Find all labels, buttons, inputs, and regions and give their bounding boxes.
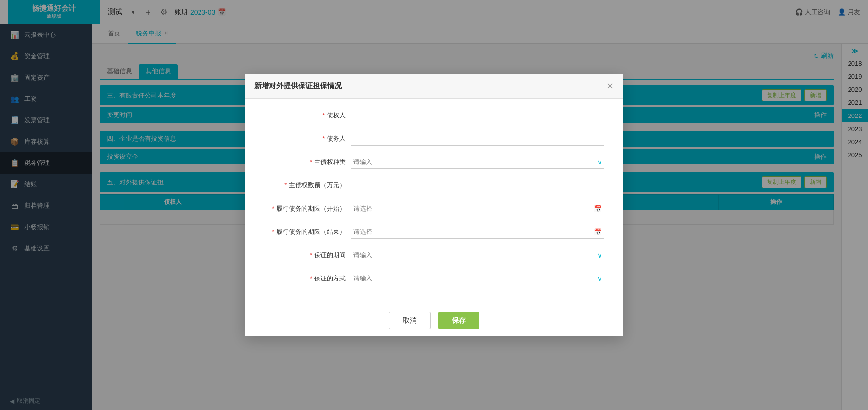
input-guarantee-period[interactable] (351, 248, 597, 262)
select-claim-type-wrap: ∨ (351, 155, 604, 169)
select-guarantee-period-wrap: ∨ (351, 248, 604, 262)
required-mark-guarantee-method: * (310, 275, 312, 282)
label-debtor: * 债务人 (264, 134, 351, 143)
chevron-down-icon-guarantee-period[interactable]: ∨ (597, 251, 604, 259)
date-period-end-wrap: 📅 (351, 225, 604, 239)
form-row-guarantee-period: * 保证的期间 ∨ (264, 248, 604, 262)
required-mark-creditor: * (322, 112, 325, 119)
form-row-creditor: * 债权人 (264, 109, 604, 122)
input-claim-amount[interactable] (351, 179, 604, 192)
label-claim-type: * 主债权种类 (264, 158, 351, 166)
input-debtor[interactable] (351, 132, 604, 146)
required-mark-claim-type: * (310, 158, 312, 165)
calendar-icon-period-start[interactable]: 📅 (594, 205, 604, 213)
label-guarantee-period-text: 保证的期间 (314, 251, 346, 259)
label-guarantee-method: * 保证的方式 (264, 274, 351, 283)
input-claim-type[interactable] (351, 155, 597, 168)
form-row-claim-amount: * 主债权数额（万元） (264, 179, 604, 192)
form-row-guarantee-method: * 保证的方式 ∨ (264, 272, 604, 285)
dialog-body: * 债权人 * 债务人 * 主债权种类 (245, 99, 623, 305)
label-claim-amount: * 主债权数额（万元） (264, 181, 351, 190)
label-period-start-text: 履行债务的期限（开始） (276, 205, 346, 212)
chevron-down-icon-claim-type[interactable]: ∨ (597, 158, 604, 166)
cancel-button[interactable]: 取消 (389, 312, 431, 329)
chevron-down-icon-guarantee-method[interactable]: ∨ (597, 275, 604, 282)
dialog-footer: 取消 保存 (245, 305, 623, 336)
input-creditor[interactable] (351, 109, 604, 122)
calendar-icon-period-end[interactable]: 📅 (594, 228, 604, 236)
form-row-period-end: * 履行债务的期限（结束） 📅 (264, 225, 604, 239)
label-debtor-text: 债务人 (327, 135, 346, 142)
label-guarantee-period: * 保证的期间 (264, 251, 351, 260)
label-creditor: * 债权人 (264, 111, 351, 120)
form-row-period-start: * 履行债务的期限（开始） 📅 (264, 202, 604, 215)
date-period-start-wrap: 📅 (351, 202, 604, 215)
select-guarantee-method-wrap: ∨ (351, 272, 604, 285)
form-row-debtor: * 债务人 (264, 132, 604, 146)
dialog-header: 新增对外提供保证担保情况 ✕ (245, 74, 623, 99)
required-mark-claim-amount: * (284, 181, 287, 189)
label-claim-amount-text: 主债权数额（万元） (289, 181, 346, 189)
required-mark-debtor: * (322, 135, 325, 142)
label-period-end-text: 履行债务的期限（结束） (276, 228, 346, 235)
save-button[interactable]: 保存 (438, 312, 479, 329)
label-guarantee-method-text: 保证的方式 (314, 275, 346, 282)
form-row-claim-type: * 主债权种类 ∨ (264, 155, 604, 169)
dialog-title: 新增对外提供保证担保情况 (254, 82, 342, 91)
required-mark-guarantee-period: * (310, 251, 312, 259)
label-creditor-text: 债权人 (327, 112, 346, 119)
dialog-close-icon[interactable]: ✕ (606, 82, 614, 91)
input-period-start[interactable] (351, 202, 594, 215)
label-period-end: * 履行债务的期限（结束） (264, 228, 351, 236)
input-period-end[interactable] (351, 225, 594, 238)
dialog-add-guarantee: 新增对外提供保证担保情况 ✕ * 债权人 * 债务人 (245, 74, 623, 336)
dialog-overlay: 新增对外提供保证担保情况 ✕ * 债权人 * 债务人 (0, 0, 868, 410)
required-mark-period-start: * (272, 205, 274, 212)
label-period-start: * 履行债务的期限（开始） (264, 204, 351, 213)
input-guarantee-method[interactable] (351, 272, 597, 285)
label-claim-type-text: 主债权种类 (314, 158, 346, 165)
required-mark-period-end: * (272, 228, 274, 235)
